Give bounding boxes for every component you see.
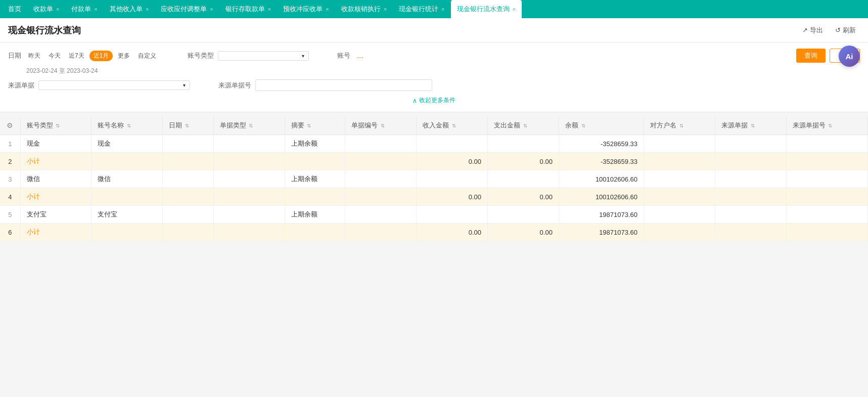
nav-bank-deposit[interactable]: 银行存取款单 × bbox=[219, 0, 277, 18]
cell-summary bbox=[285, 224, 345, 241]
header-actions: ↗ 导出 ↺ 刷新 bbox=[798, 24, 860, 37]
cell-doc_no bbox=[345, 135, 417, 153]
export-button[interactable]: ↗ 导出 bbox=[798, 24, 827, 37]
nav-other-income-close[interactable]: × bbox=[146, 0, 149, 18]
collapse-button[interactable]: ∧ 收起更多条件 bbox=[406, 95, 462, 106]
source-doc-label: 来源单据 bbox=[8, 81, 34, 90]
sort-icon-summary: ⇅ bbox=[307, 123, 311, 128]
col-balance[interactable]: 余额 ⇅ bbox=[559, 116, 644, 135]
nav-prepaid[interactable]: 预收冲应收单 × bbox=[277, 0, 335, 18]
cell-expense: 0.00 bbox=[488, 224, 559, 241]
cell-summary bbox=[285, 153, 345, 170]
cell-summary: 上期余额 bbox=[285, 135, 345, 153]
nav-bank-deposit-close[interactable]: × bbox=[268, 0, 271, 18]
cell-income bbox=[417, 135, 488, 153]
ai-badge[interactable]: Ai bbox=[839, 46, 860, 67]
cell-doc_no bbox=[345, 206, 417, 224]
cell-date bbox=[163, 153, 213, 170]
cell-source_doc_no bbox=[786, 170, 867, 188]
cell-account_type: 小计 bbox=[20, 153, 92, 170]
cell-source_doc_no bbox=[786, 188, 867, 206]
account-dots-button[interactable]: ... bbox=[354, 51, 365, 60]
cell-account_type: 现金 bbox=[20, 135, 92, 153]
nav-home[interactable]: 首页 bbox=[2, 0, 27, 18]
nav-payment[interactable]: 付款单 × bbox=[65, 0, 103, 18]
col-summary[interactable]: 摘要 ⇅ bbox=[285, 116, 345, 135]
nav-cash-stats-close[interactable]: × bbox=[441, 0, 444, 18]
source-doc-chevron: ▾ bbox=[183, 82, 186, 88]
cell-summary: 上期余额 bbox=[285, 170, 345, 188]
date-yesterday[interactable]: 昨天 bbox=[25, 51, 43, 61]
sort-icon-balance: ⇅ bbox=[581, 123, 585, 128]
nav-cash-flow[interactable]: 现金银行流水查询 × bbox=[451, 0, 522, 18]
col-doc-no[interactable]: 单据编号 ⇅ bbox=[345, 116, 417, 135]
nav-prepaid-close[interactable]: × bbox=[326, 0, 329, 18]
query-button[interactable]: 查询 bbox=[796, 49, 826, 63]
col-source-doc-no[interactable]: 来源单据号 ⇅ bbox=[786, 116, 867, 135]
cell-counter_name bbox=[644, 153, 715, 170]
source-doc-select[interactable]: ▾ bbox=[38, 80, 190, 90]
cell-counter_name bbox=[644, 170, 715, 188]
col-gear[interactable]: ⚙ bbox=[0, 116, 20, 135]
cell-source_doc_no bbox=[786, 135, 867, 153]
table-header-row: ⚙ 账号类型 ⇅ 账号名称 ⇅ 日期 ⇅ 单据类型 ⇅ 摘要 ⇅ 单据编号 ⇅ … bbox=[0, 116, 868, 135]
nav-cash-stats[interactable]: 现金银行统计 × bbox=[393, 0, 450, 18]
date-7days[interactable]: 近7天 bbox=[66, 51, 87, 61]
top-nav: 首页 收款单 × 付款单 × 其他收入单 × 应收应付调整单 × 银行存取款单 … bbox=[0, 0, 868, 18]
cell-source_doc bbox=[715, 188, 786, 206]
page-title: 现金银行流水查询 bbox=[8, 24, 81, 36]
account-type-chevron: ▾ bbox=[302, 53, 304, 59]
nav-receipt[interactable]: 收款单 × bbox=[27, 0, 65, 18]
cell-source_doc bbox=[715, 135, 786, 153]
refresh-icon: ↺ bbox=[835, 26, 841, 34]
sort-icon-expense: ⇅ bbox=[523, 123, 527, 128]
col-counter-name[interactable]: 对方户名 ⇅ bbox=[644, 116, 715, 135]
nav-cash-flow-close[interactable]: × bbox=[513, 0, 516, 18]
date-1month[interactable]: 近1月 bbox=[89, 51, 113, 61]
cell-date bbox=[163, 188, 213, 206]
col-source-doc[interactable]: 来源单据 ⇅ bbox=[715, 116, 786, 135]
date-custom[interactable]: 自定义 bbox=[135, 51, 159, 61]
sort-icon-account-name: ⇅ bbox=[127, 123, 131, 128]
refresh-button[interactable]: ↺ 刷新 bbox=[831, 24, 860, 37]
col-account-type[interactable]: 账号类型 ⇅ bbox=[20, 116, 92, 135]
account-filter-group: 账号 ... bbox=[337, 51, 365, 60]
cell-income: 0.00 bbox=[417, 188, 488, 206]
date-shortcuts: 昨天 今天 近7天 近1月 更多 自定义 bbox=[25, 51, 159, 61]
col-income[interactable]: 收入金额 ⇅ bbox=[417, 116, 488, 135]
date-today[interactable]: 今天 bbox=[45, 51, 64, 61]
col-expense[interactable]: 支出金额 ⇅ bbox=[488, 116, 559, 135]
sort-icon-doc-no: ⇅ bbox=[381, 123, 385, 128]
nav-receipt-exec[interactable]: 收款核销执行 × bbox=[335, 0, 393, 18]
col-date[interactable]: 日期 ⇅ bbox=[163, 116, 213, 135]
sort-icon-income: ⇅ bbox=[452, 123, 456, 128]
col-account-name[interactable]: 账号名称 ⇅ bbox=[92, 116, 163, 135]
nav-ar-adjustment[interactable]: 应收应付调整单 × bbox=[155, 0, 219, 18]
cell-account_name bbox=[92, 224, 163, 241]
cell-summary: 上期余额 bbox=[285, 206, 345, 224]
cell-doc_no bbox=[345, 188, 417, 206]
date-more[interactable]: 更多 bbox=[115, 51, 133, 61]
nav-ar-adjustment-close[interactable]: × bbox=[210, 0, 213, 18]
cell-expense bbox=[488, 170, 559, 188]
filter-area: 日期 昨天 今天 近7天 近1月 更多 自定义 账号类型 ▾ 账号 ... bbox=[0, 42, 868, 112]
nav-receipt-close[interactable]: × bbox=[56, 0, 59, 18]
cell-doc_no bbox=[345, 170, 417, 188]
cell-account_type: 小计 bbox=[20, 224, 92, 241]
table-row: 4小计0.000.00100102606.60 bbox=[0, 188, 868, 206]
column-settings-icon[interactable]: ⚙ bbox=[7, 121, 13, 129]
cell-account_name: 支付宝 bbox=[92, 206, 163, 224]
cell-source_doc bbox=[715, 170, 786, 188]
cell-income bbox=[417, 206, 488, 224]
cell-balance: -3528659.33 bbox=[559, 153, 644, 170]
nav-receipt-exec-close[interactable]: × bbox=[384, 0, 387, 18]
source-doc-num-input[interactable] bbox=[255, 79, 432, 91]
col-doc-type[interactable]: 单据类型 ⇅ bbox=[213, 116, 285, 135]
cell-counter_name bbox=[644, 206, 715, 224]
nav-payment-close[interactable]: × bbox=[94, 0, 97, 18]
table-row: 6小计0.000.0019871073.60 bbox=[0, 224, 868, 241]
account-type-select[interactable]: ▾ bbox=[218, 51, 309, 61]
cell-expense: 0.00 bbox=[488, 153, 559, 170]
source-doc-num-filter-group: 来源单据号 bbox=[218, 79, 432, 91]
nav-other-income[interactable]: 其他收入单 × bbox=[104, 0, 155, 18]
